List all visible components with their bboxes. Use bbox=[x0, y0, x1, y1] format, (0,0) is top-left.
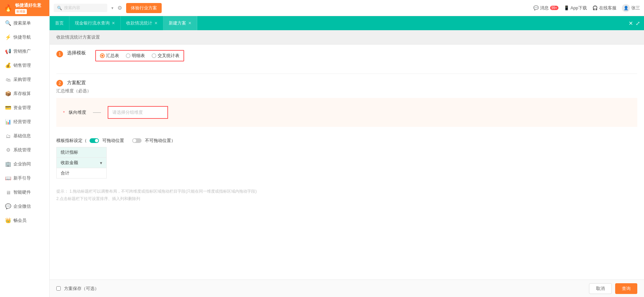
tip-line1: 提示： 1.拖动标题栏可以调整布局，不可跨维度或指标区域拖动栏目字段(只能在同一… bbox=[56, 188, 637, 195]
sidebar-item-member[interactable]: 👑 畅会员 bbox=[0, 213, 49, 228]
tabs-maximize-icon[interactable]: ⤢ bbox=[636, 20, 640, 27]
tab-home-label: 首页 bbox=[55, 20, 64, 26]
online-support-button[interactable]: 🎧 在线客服 bbox=[592, 5, 616, 11]
sidebar-item-purchase[interactable]: 🛍 采购管理 bbox=[0, 72, 49, 87]
step2-header: 2 方案配置 bbox=[56, 79, 637, 87]
tab-new-plan-close-icon[interactable]: ✕ bbox=[188, 21, 192, 26]
metrics-col-header[interactable]: 收款金额 ▾ bbox=[57, 158, 106, 168]
dimension-row-label: 纵向维度 bbox=[69, 109, 86, 115]
user-info[interactable]: 👤 张三 bbox=[622, 4, 640, 12]
content-wrapper: 收款情况统计方案设置 1 选择模板 汇总表 bbox=[50, 30, 644, 297]
query-button[interactable]: 查询 bbox=[615, 283, 637, 294]
sidebar-item-enterprise[interactable]: 🏢 企业协同 bbox=[0, 157, 49, 171]
tab-collection-close-icon[interactable]: ✕ bbox=[154, 21, 158, 26]
message-label: 消息 bbox=[540, 5, 549, 11]
search-placeholder: 搜索内容 bbox=[64, 5, 80, 11]
logo-edition: 标准版 bbox=[15, 9, 27, 14]
sidebar-item-label: 销售管理 bbox=[13, 62, 31, 68]
sidebar-item-wechat[interactable]: 💬 企业微信 bbox=[0, 199, 49, 213]
member-icon: 👑 bbox=[5, 218, 11, 223]
tab-cashflow[interactable]: 现金银行流水查询 ✕ bbox=[69, 16, 121, 30]
metrics-config: 模板指标设定（ 可拖动位置 不可拖动位置） 统计指标 收款金额 ▾ bbox=[50, 138, 644, 184]
sidebar-item-label: 新手引导 bbox=[13, 175, 31, 181]
dimension-select[interactable]: 请选择分组维度 bbox=[108, 106, 168, 119]
radio-summary[interactable]: 汇总表 bbox=[100, 53, 119, 59]
step1-row: 1 选择模板 汇总表 明细表 bbox=[56, 50, 637, 61]
radio-crosstab[interactable]: 交叉统计表 bbox=[152, 53, 179, 59]
phone-icon: 📱 bbox=[564, 5, 569, 10]
tab-home[interactable]: 首页 bbox=[50, 16, 69, 30]
sidebar-item-system[interactable]: ⚙ 系统管理 bbox=[0, 143, 49, 157]
sidebar: 🔥 畅捷通好生意 标准版 🔍 搜索菜单 ⚡ 快捷导航 📢 营销推广 💰 销售管理… bbox=[0, 0, 50, 297]
dropdown-arrow-icon[interactable]: ▾ bbox=[111, 6, 113, 10]
sidebar-item-label: 库存核算 bbox=[13, 91, 31, 97]
logo-text: 畅捷通好生意 bbox=[15, 2, 41, 8]
cancel-button[interactable]: 取消 bbox=[589, 283, 612, 294]
dimension-box: * 纵向维度 —— 请选择分组维度 bbox=[56, 98, 637, 127]
save-plan-check-input[interactable] bbox=[56, 286, 61, 291]
tab-new-plan-label: 新建方案 bbox=[169, 20, 186, 26]
tab-cashflow-close-icon[interactable]: ✕ bbox=[112, 21, 115, 26]
metrics-table-header: 统计指标 bbox=[57, 147, 106, 158]
industry-solution-button[interactable]: 体验行业方案 bbox=[126, 3, 162, 13]
sales-icon: 💰 bbox=[5, 63, 11, 68]
footer: 方案保存（可选） 取消 查询 bbox=[50, 280, 644, 297]
management-icon: 📊 bbox=[5, 119, 11, 125]
sidebar-item-label: 企业微信 bbox=[13, 203, 31, 209]
finance-icon: 💳 bbox=[5, 105, 11, 110]
sidebar-item-marketing[interactable]: 📢 营销推广 bbox=[0, 44, 49, 58]
save-plan-checkbox[interactable]: 方案保存（可选） bbox=[56, 286, 99, 292]
inventory-icon: 📦 bbox=[5, 91, 11, 96]
marketing-icon: 📢 bbox=[5, 49, 11, 54]
step1-section: 1 选择模板 汇总表 明细表 bbox=[50, 45, 644, 73]
sidebar-item-label: 采购管理 bbox=[13, 77, 31, 83]
step1-number: 1 bbox=[56, 51, 63, 57]
metrics-total-label: 合计 bbox=[61, 170, 69, 176]
app-download-button[interactable]: 📱 App下载 bbox=[564, 5, 587, 11]
tab-collection-stats-label: 收款情况统计 bbox=[126, 20, 152, 26]
topbar-search-box[interactable]: 🔍 搜索内容 bbox=[54, 4, 107, 12]
tab-bar: 首页 现金银行流水查询 ✕ 收款情况统计 ✕ 新建方案 ✕ ✕ ⤢ bbox=[50, 16, 644, 30]
topbar-actions: 💬 消息 99+ 📱 App下载 🎧 在线客服 👤 张三 bbox=[533, 4, 640, 12]
sidebar-item-finance[interactable]: 💳 资金管理 bbox=[0, 101, 49, 115]
system-icon: ⚙ bbox=[5, 147, 11, 153]
non-draggable-toggle[interactable] bbox=[132, 138, 142, 143]
sidebar-item-basic[interactable]: 🗂 基础信息 bbox=[0, 129, 49, 143]
radio-detail[interactable]: 明细表 bbox=[126, 53, 145, 59]
quicknav-icon: ⚡ bbox=[5, 35, 11, 40]
page-header: 收款情况统计方案设置 bbox=[50, 30, 644, 45]
metrics-table-header-label: 统计指标 bbox=[61, 149, 78, 155]
basic-icon: 🗂 bbox=[5, 133, 11, 139]
online-support-label: 在线客服 bbox=[599, 5, 616, 11]
sidebar-item-guide[interactable]: 📖 新手引导 bbox=[0, 171, 49, 185]
template-radio-group: 汇总表 明细表 交叉统计表 bbox=[95, 50, 184, 61]
message-button[interactable]: 💬 消息 99+ bbox=[533, 5, 558, 11]
radio-crosstab-label: 交叉统计表 bbox=[158, 53, 179, 59]
draggable-toggle[interactable] bbox=[90, 138, 99, 143]
metrics-total-row: 合计 bbox=[57, 168, 106, 178]
draggable-label: 可拖动位置 bbox=[102, 138, 124, 144]
search-icon: 🔍 bbox=[57, 6, 62, 10]
tab-collection-stats[interactable]: 收款情况统计 ✕ bbox=[121, 16, 163, 30]
required-mark: * bbox=[63, 110, 65, 115]
metrics-col-label: 收款金额 bbox=[61, 160, 78, 166]
content-inner: 收款情况统计方案设置 1 选择模板 汇总表 bbox=[50, 30, 644, 280]
guide-icon: 📖 bbox=[5, 176, 11, 181]
sidebar-item-search[interactable]: 🔍 搜索菜单 bbox=[0, 16, 49, 30]
enterprise-icon: 🏢 bbox=[5, 161, 11, 167]
sidebar-item-hardware[interactable]: 🖥 智能硬件 bbox=[0, 185, 49, 199]
sidebar-item-management[interactable]: 📊 经营管理 bbox=[0, 115, 49, 129]
sidebar-item-quicknav[interactable]: ⚡ 快捷导航 bbox=[0, 30, 49, 44]
footer-actions: 取消 查询 bbox=[589, 283, 637, 294]
tab-new-plan[interactable]: 新建方案 ✕ bbox=[163, 16, 197, 30]
sidebar-item-sales[interactable]: 💰 销售管理 bbox=[0, 58, 49, 72]
main-area: 🔍 搜索内容 ▾ ⚙ 体验行业方案 💬 消息 99+ 📱 App下载 🎧 在线客… bbox=[50, 0, 644, 297]
sidebar-item-label: 畅会员 bbox=[13, 217, 26, 224]
tabs-close-all-icon[interactable]: ✕ bbox=[629, 20, 633, 27]
sidebar-item-label: 经营管理 bbox=[13, 119, 31, 125]
tip-line2: 2.点击标题栏下拉可设置排序、插入列和删除列 bbox=[56, 195, 637, 203]
gear-settings-icon[interactable]: ⚙ bbox=[117, 5, 122, 11]
step1-label: 选择模板 bbox=[67, 50, 86, 56]
topbar: 🔍 搜索内容 ▾ ⚙ 体验行业方案 💬 消息 99+ 📱 App下载 🎧 在线客… bbox=[50, 0, 644, 16]
sidebar-item-inventory[interactable]: 📦 库存核算 bbox=[0, 87, 49, 101]
